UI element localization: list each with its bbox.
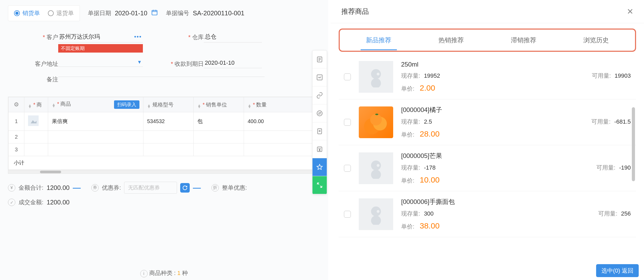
chevron-down-icon[interactable]: ▼ — [137, 59, 142, 65]
close-icon[interactable]: ✕ — [627, 7, 633, 16]
remark-field: 备注 — [13, 73, 265, 83]
tab-hot-recommend[interactable]: 热销推荐 — [415, 31, 487, 49]
fixed-period-badge: 不固定账期 — [58, 44, 143, 53]
toolbar-star-icon[interactable] — [312, 158, 327, 176]
side-toolbar — [312, 50, 327, 194]
selected-return-button[interactable]: 选中(0) 返回 — [596, 264, 639, 277]
col-unit: 销售单位 — [206, 102, 227, 108]
panel-tabs: 新品推荐 热销推荐 滞销推荐 浏览历史 — [339, 29, 636, 52]
toolbar-link-icon[interactable] — [312, 86, 327, 104]
coupon-input[interactable]: 无匹配优惠券 — [124, 182, 177, 194]
svg-point-13 — [375, 114, 378, 115]
deal-icon: ✓ — [8, 199, 15, 206]
svg-rect-0 — [152, 10, 157, 15]
svg-point-18 — [371, 216, 381, 225]
due-date-input[interactable]: 2020-01-10 — [204, 58, 262, 68]
customer-input[interactable]: 苏州万达沃尔玛 ••• — [58, 31, 143, 43]
svg-point-19 — [377, 210, 380, 213]
more-icon[interactable]: ••• — [134, 33, 142, 40]
svg-point-12 — [370, 114, 382, 125]
product-checkbox[interactable] — [344, 119, 351, 126]
footer-info: i 商品种类 : 1 种 — [0, 269, 328, 277]
table-row[interactable]: 3 — [8, 143, 320, 156]
vertical-scrollbar[interactable] — [632, 107, 635, 181]
toolbar-expand-icon[interactable] — [312, 176, 327, 194]
warehouse-input[interactable]: 总仓 — [204, 31, 262, 43]
svg-point-16 — [377, 164, 380, 167]
product-info: 250ml现存量:19952可用量:19903单价: 2.00 — [401, 61, 631, 93]
product-item[interactable]: [0000005]芒果现存量:-178可用量:-190单价: 10.00 — [339, 145, 636, 191]
svg-point-8 — [371, 78, 381, 87]
col-spec: 规格型号 — [152, 102, 174, 108]
product-item[interactable]: [0000004]橘子现存量:2.5可用量:-681.5单价: 28.00 — [339, 99, 636, 145]
doc-type-tabs: 销货单 退货单 — [8, 5, 80, 21]
cell-goods[interactable]: 果倍爽 — [48, 112, 143, 131]
radio-sales-order[interactable]: 销货单 — [14, 9, 40, 17]
table-row[interactable]: 2 — [8, 131, 320, 143]
total-label: 金额合计: — [19, 184, 43, 192]
sort-icon[interactable]: ▲▼ — [52, 104, 56, 107]
sort-icon[interactable]: ▲▼ — [147, 104, 151, 108]
doc-date-field: 单据日期 2020-01-10 — [88, 9, 158, 18]
yen-icon: ¥ — [8, 184, 15, 192]
row-index: 2 — [8, 131, 24, 143]
kinds-unit: 种 — [182, 270, 188, 276]
kinds-label: 商品种类 : — [149, 270, 176, 276]
info-icon: i — [140, 270, 148, 277]
sort-icon[interactable]: ▲▼ — [197, 104, 201, 108]
scan-input-button[interactable]: 扫码录入 — [114, 100, 139, 109]
form-fields: *客户 苏州万达沃尔玛 ••• 不固定账期 *仓库 总仓 客户地址 — [8, 29, 320, 91]
coupon-icon: 券 — [91, 184, 99, 192]
product-item[interactable]: [0000006]手撕面包现存量:300可用量:256单价: 38.00 — [339, 191, 636, 237]
remark-label: 备注 — [47, 76, 58, 83]
product-stock-row: 现存量:19952可用量:19903 — [401, 72, 631, 80]
calendar-icon[interactable] — [151, 9, 158, 18]
kinds-value: 1 — [177, 270, 180, 276]
doc-no-value: SA-20200110-001 — [193, 10, 244, 17]
toolbar-currency-icon[interactable] — [312, 140, 327, 158]
product-thumb-orange — [359, 106, 393, 138]
refresh-button[interactable] — [180, 183, 190, 193]
product-info: [0000004]橘子现存量:2.5可用量:-681.5单价: 28.00 — [401, 106, 631, 139]
discount-icon: 折 — [211, 184, 219, 192]
product-thumb-placeholder — [359, 152, 393, 184]
cell-spec[interactable]: 534532 — [143, 112, 194, 131]
gear-icon[interactable]: ⚙ — [14, 101, 19, 108]
product-stock-row: 现存量:300可用量:256 — [401, 210, 631, 218]
svg-point-9 — [377, 73, 380, 76]
product-list[interactable]: 250ml现存量:19952可用量:19903单价: 2.00[0000004]… — [339, 54, 636, 280]
remark-input[interactable] — [58, 73, 265, 77]
product-name: [0000006]手撕面包 — [401, 198, 631, 206]
sort-icon[interactable]: ▲▼ — [28, 104, 32, 108]
svg-point-4 — [317, 111, 322, 116]
toolbar-exchange-icon[interactable] — [312, 104, 327, 122]
product-checkbox[interactable] — [344, 165, 351, 172]
radio-return-order[interactable]: 退货单 — [48, 9, 74, 17]
tab-browse-history[interactable]: 浏览历史 — [560, 31, 632, 49]
toolbar-receipt-icon[interactable] — [312, 122, 327, 140]
due-date-value: 2020-01-10 — [205, 59, 235, 66]
product-checkbox[interactable] — [344, 211, 351, 218]
horizontal-scrollbar[interactable] — [8, 170, 320, 174]
table-row[interactable]: 1 果倍爽 534532 包 400.00 — [8, 112, 320, 131]
recommend-panel: 推荐商品 ✕ 新品推荐 热销推荐 滞销推荐 浏览历史 250ml现存量:1995… — [331, 0, 644, 280]
sort-icon[interactable]: ▲▼ — [248, 104, 251, 108]
toolbar-chart-icon[interactable] — [312, 68, 327, 86]
whole-discount: 折 整单优惠: — [211, 184, 247, 192]
address-input[interactable]: ▼ — [58, 58, 143, 67]
tab-new-recommend[interactable]: 新品推荐 — [342, 31, 415, 49]
tab-slow-recommend[interactable]: 滞销推荐 — [487, 31, 560, 49]
toolbar-note-icon[interactable] — [312, 50, 327, 68]
deal-value: 1200.00 — [47, 199, 70, 206]
doc-date-value[interactable]: 2020-01-10 — [115, 10, 147, 17]
cell-qty[interactable]: 400.00 — [244, 112, 320, 131]
product-checkbox[interactable] — [344, 73, 351, 80]
cell-unit[interactable]: 包 — [194, 112, 244, 131]
radio-label: 退货单 — [56, 9, 74, 17]
scrollbar-thumb[interactable] — [40, 171, 61, 173]
product-item[interactable]: 250ml现存量:19952可用量:19903单价: 2.00 — [339, 54, 636, 99]
line-items-table: ⚙ ▲▼*商 ▲▼*商品扫码录入 ▲▼规格型号 ▲▼*销售单位 ▲▼*数量 1 … — [8, 97, 320, 174]
subtotal-label: 小计 — [8, 156, 320, 170]
svg-point-15 — [371, 170, 381, 179]
panel-title: 推荐商品 — [341, 7, 369, 16]
